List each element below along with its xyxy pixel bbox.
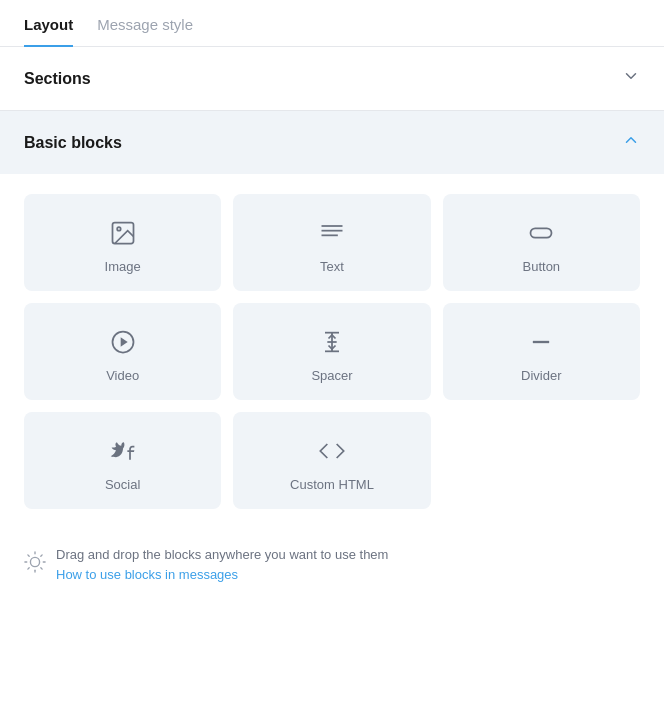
svg-line-20 xyxy=(28,568,29,569)
block-divider[interactable]: Divider xyxy=(443,303,640,400)
header-tabs: Layout Message style xyxy=(0,0,664,47)
lightbulb-icon xyxy=(24,551,46,578)
tab-layout[interactable]: Layout xyxy=(24,0,73,47)
block-image[interactable]: Image xyxy=(24,194,221,291)
button-icon xyxy=(525,217,557,249)
block-text-label: Text xyxy=(320,259,344,274)
divider-icon xyxy=(525,326,557,358)
block-video[interactable]: Video xyxy=(24,303,221,400)
block-social-label: Social xyxy=(105,477,140,492)
block-video-label: Video xyxy=(106,368,139,383)
sections-row[interactable]: Sections xyxy=(0,47,664,111)
blocks-grid: Image Text Button Video xyxy=(0,174,664,529)
svg-marker-7 xyxy=(120,337,127,346)
spacer-icon xyxy=(316,326,348,358)
svg-line-21 xyxy=(41,555,42,556)
block-spacer[interactable]: Spacer xyxy=(233,303,430,400)
block-custom-html[interactable]: Custom HTML xyxy=(233,412,430,509)
hint-description: Drag and drop the blocks anywhere you wa… xyxy=(56,547,388,562)
basic-blocks-row[interactable]: Basic blocks xyxy=(0,111,664,174)
video-icon xyxy=(107,326,139,358)
block-social[interactable]: Social xyxy=(24,412,221,509)
block-text[interactable]: Text xyxy=(233,194,430,291)
custom-html-icon xyxy=(316,435,348,467)
svg-line-16 xyxy=(28,555,29,556)
tab-message-style[interactable]: Message style xyxy=(97,0,193,47)
sections-label: Sections xyxy=(24,70,91,88)
social-icon xyxy=(107,435,139,467)
svg-point-1 xyxy=(117,227,121,231)
svg-rect-5 xyxy=(531,228,552,237)
block-button[interactable]: Button xyxy=(443,194,640,291)
svg-line-17 xyxy=(41,568,42,569)
block-spacer-label: Spacer xyxy=(311,368,352,383)
image-icon xyxy=(107,217,139,249)
svg-point-13 xyxy=(30,557,39,566)
block-image-label: Image xyxy=(105,259,141,274)
chevron-up-icon xyxy=(622,131,640,154)
block-divider-label: Divider xyxy=(521,368,561,383)
hint-text-container: Drag and drop the blocks anywhere you wa… xyxy=(56,545,388,584)
hint-link[interactable]: How to use blocks in messages xyxy=(56,567,238,582)
block-custom-html-label: Custom HTML xyxy=(290,477,374,492)
text-icon xyxy=(316,217,348,249)
footer-hint: Drag and drop the blocks anywhere you wa… xyxy=(0,529,664,608)
chevron-down-icon xyxy=(622,67,640,90)
basic-blocks-label: Basic blocks xyxy=(24,134,122,152)
block-button-label: Button xyxy=(523,259,561,274)
